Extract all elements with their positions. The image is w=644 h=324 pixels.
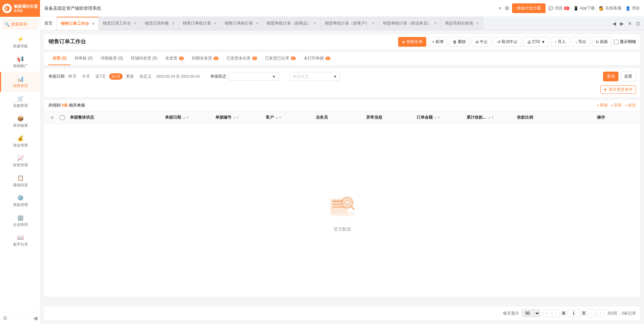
sidebar-item-operations[interactable]: 📈 经营管理	[0, 151, 40, 171]
sidebar-item-marketing[interactable]: 📢 营销推广	[0, 52, 40, 72]
date-option-custom[interactable]: 自定义	[137, 73, 154, 80]
tab-maximize[interactable]: ⊡	[635, 20, 641, 27]
tab-close-all[interactable]: ✕	[627, 20, 633, 27]
prev-page-button[interactable]: ‹	[552, 309, 560, 317]
tab-nav-prev[interactable]: ◀	[611, 20, 617, 27]
app-download-button[interactable]: 📱 App下载	[573, 5, 595, 11]
sidebar-item-guide[interactable]: 📖 新手引导	[0, 231, 40, 250]
th-status[interactable]: 单据整体状态	[67, 115, 162, 120]
print-button[interactable]: 🖨 打印 ▼	[523, 37, 549, 47]
tab-cash-daily-close[interactable]: ✕	[134, 22, 136, 25]
tab-sales-stats-customer-close[interactable]: ✕	[372, 22, 375, 25]
filter-tab-all[interactable]: 全部 (0)	[48, 52, 71, 65]
tab-sales-stats[interactable]: 销售订单统计表 ✕	[179, 17, 221, 30]
cancel-stop-button[interactable]: ↺ 取消中止	[493, 37, 521, 47]
add-icon: +	[432, 40, 434, 44]
tab-cash-daily[interactable]: 钱货日清工作台 ✕	[99, 17, 141, 30]
tab-sales-stats-staff-close[interactable]: ✕	[434, 22, 437, 25]
filter-tab-pending-review[interactable]: 待审核 (0)	[71, 52, 97, 65]
page-input[interactable]	[567, 310, 581, 317]
user-button[interactable]: 👤 用友	[626, 5, 640, 11]
smart-create-button[interactable]: ★ 智能生单	[398, 37, 426, 47]
tab-sales-workbench-close[interactable]: ✕	[92, 22, 94, 26]
bulk-cancel-review-button[interactable]: 弃审	[611, 103, 622, 108]
message-button[interactable]: 💬 消息 6	[548, 5, 569, 11]
delete-button[interactable]: 🗑 删除	[449, 37, 470, 47]
bulk-ship-button[interactable]: 发货	[625, 103, 636, 108]
tab-product-margin[interactable]: 商品毛利分析表 ✕	[441, 17, 483, 30]
sidebar-item-purchase[interactable]: 🛒 采购管理	[0, 92, 40, 112]
tab-home[interactable]: 首页	[40, 17, 57, 30]
tab-product-margin-close[interactable]: ✕	[476, 22, 479, 25]
import-button[interactable]: ↑ 导入	[551, 37, 569, 47]
tab-nav-next[interactable]: ▶	[619, 20, 625, 27]
th-abnormal[interactable]: 异常信息	[363, 115, 414, 120]
sidebar-item-enterprise[interactable]: 🏢 企业协同	[0, 211, 40, 231]
export-button[interactable]: ↓ 导出	[571, 37, 590, 47]
tab-cash-reconcile-close[interactable]: ✕	[172, 22, 174, 25]
tab-cash-daily-label: 钱货日清工作台	[103, 21, 131, 26]
collapse-sidebar-icon[interactable]: ◀	[33, 315, 37, 321]
first-page-button[interactable]: «	[543, 309, 551, 317]
sidebar-item-quick-nav[interactable]: ⚡ 快捷导航	[0, 32, 40, 52]
add-button[interactable]: + 新增	[428, 37, 447, 47]
tab-sales-stats-product-close[interactable]: ✕	[314, 22, 316, 25]
th-collected[interactable]: 累计收款... ▲▼	[464, 115, 514, 120]
tab-cash-reconcile[interactable]: 钱货日清对账 ✕	[141, 17, 179, 30]
th-amount[interactable]: 订单金额 ▲▼	[414, 115, 464, 120]
date-option-more[interactable]: 更多	[124, 73, 136, 80]
last-page-button[interactable]: »	[597, 309, 605, 317]
sidebar-item-sales[interactable]: 📊 销售管理	[0, 72, 40, 92]
tab-sales-workbench[interactable]: 销售订单工作台 ✕	[57, 17, 99, 30]
page-size-select[interactable]: 50 10 20 100	[522, 309, 540, 317]
tab-sales-stats-product[interactable]: 销货单统计表（按商品） ✕	[263, 17, 321, 30]
date-option-7days[interactable]: 近7天	[93, 73, 108, 80]
tab-sales-stats-close[interactable]: ✕	[214, 22, 216, 25]
filter-tab-pending-inspect[interactable]: 待拣验货 (0)	[97, 52, 127, 65]
th-number[interactable]: 单据编号 ▲▼	[213, 115, 263, 120]
tab-sales-exec-close[interactable]: ✕	[256, 22, 258, 25]
settings-bottom-icon[interactable]: ⚙	[3, 315, 7, 321]
sidebar-item-inventory[interactable]: 📦 库存核算	[0, 112, 40, 131]
marketing-label: 营销推广	[13, 64, 28, 69]
th-customer[interactable]: 客户 ▲▼	[263, 115, 313, 120]
horizontal-scrollbar[interactable]	[44, 299, 640, 303]
show-detail-checkbox[interactable]	[614, 40, 618, 44]
system-title-chevron[interactable]: ▼	[498, 6, 502, 11]
filter-tab-wangpu-label: 旺铺待发货	[131, 56, 151, 60]
sidebar-item-system[interactable]: ⚙️ 系统管理	[0, 191, 40, 211]
date-option-today[interactable]: 今天	[80, 73, 92, 80]
date-option-1month[interactable]: 近1月	[109, 73, 123, 80]
sidebar-item-finance[interactable]: 💰 资金管理	[0, 131, 40, 151]
th-date[interactable]: 单据日期 ▲▼	[162, 115, 213, 120]
filter-tab-shipped-out[interactable]: 已发货已出库 0	[261, 52, 300, 65]
filter-tab-unshipped[interactable]: 未发货 0	[161, 52, 188, 65]
filter-tab-unprinted[interactable]: 未打印单据 0	[300, 52, 334, 65]
bulk-review-button[interactable]: 审核	[597, 103, 608, 108]
online-service-button[interactable]: 💁 在线客服	[599, 5, 621, 11]
date-filter-label: 单据日期	[48, 74, 65, 79]
th-salesperson[interactable]: 业务员	[313, 115, 363, 120]
filter-tab-shipped-not-out[interactable]: 已发货未出库 0	[222, 52, 261, 65]
status-select[interactable]: ▼	[228, 73, 279, 81]
header-gear-icon[interactable]: ⚙	[505, 5, 509, 11]
query-button[interactable]: 查询	[603, 72, 618, 81]
stop-button[interactable]: ⊘ 中止	[472, 37, 491, 47]
solution-button[interactable]: 体验行业方案	[512, 3, 546, 13]
payment-select[interactable]: 收款状态 ▼	[290, 72, 340, 81]
th-ratio[interactable]: 收款比例	[514, 115, 565, 120]
expand-filter-button[interactable]: ▼ 展开更多条件	[600, 85, 636, 94]
sidebar-item-basic-info[interactable]: 📋 基础信息	[0, 171, 40, 191]
search-menu-button[interactable]: 🔍 搜索菜单	[3, 19, 37, 29]
refresh-button[interactable]: ↻ 刷新	[592, 37, 612, 47]
filter-tab-expired-unshipped[interactable]: 到期未发货 0	[188, 52, 222, 65]
column-settings-icon[interactable]: ⚙	[47, 115, 57, 120]
tab-sales-stats-staff[interactable]: 销货单统计表（按业务员） ✕	[379, 17, 441, 30]
tab-sales-exec[interactable]: 销售订单执行表 ✕	[221, 17, 263, 30]
settings-button[interactable]: 设置	[620, 72, 636, 81]
filter-tab-wangpu[interactable]: 旺铺待发货 (0)	[127, 52, 161, 65]
date-option-yesterday[interactable]: 昨天	[67, 73, 79, 80]
select-all-checkbox[interactable]	[60, 115, 65, 120]
tab-sales-stats-customer[interactable]: 销货单统计表（按客户） ✕	[321, 17, 379, 30]
next-page-button[interactable]: ›	[587, 309, 595, 317]
